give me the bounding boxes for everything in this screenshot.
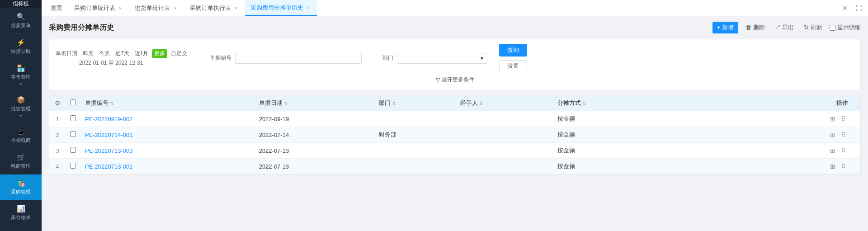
- view-icon-1[interactable]: ⊞: [829, 130, 837, 139]
- doc-no-header-label: 单据编号: [85, 99, 108, 107]
- row-checkbox-2[interactable]: [70, 147, 76, 153]
- row-dept-1: 财务部: [374, 127, 456, 143]
- set-button[interactable]: 设置: [499, 60, 527, 72]
- wholesale-arrow: ▾: [20, 113, 22, 118]
- handler-sort-icon: ⇅: [479, 101, 483, 106]
- row-action-0: ⊞ ⠿: [824, 111, 860, 127]
- sidebar-logo: 指标板: [0, 0, 42, 8]
- row-cb-3[interactable]: [66, 159, 80, 174]
- doc-date-sort[interactable]: 单据日期 ⇅: [259, 99, 370, 107]
- sidebar-item-inventory[interactable]: 📊 库存核算: [0, 200, 42, 226]
- select-all-checkbox[interactable]: [70, 99, 76, 105]
- doc-no-link-0[interactable]: PE-20220919-002: [85, 116, 133, 123]
- tab-bar-right: ✕ ⛶: [840, 3, 864, 13]
- refresh-button[interactable]: ↻ 刷新: [801, 22, 825, 33]
- doc-date-col-header[interactable]: 单据日期 ⇅: [255, 95, 374, 111]
- tab-close-purchase-cost-hist[interactable]: ×: [306, 5, 311, 11]
- row-checkbox-0[interactable]: [70, 115, 76, 121]
- view-icon-2[interactable]: ⊞: [829, 146, 837, 155]
- sidebar-item-mini-shop[interactable]: 📱 小畅电商: [0, 123, 42, 149]
- page-title: 采购费用分摊单历史: [49, 23, 114, 33]
- tab-purchase-cost-hist[interactable]: 采购费用分摊单历史×: [245, 0, 316, 16]
- tab-purchase-order-stat[interactable]: 采购订单统计表×: [69, 0, 128, 16]
- doc-no-link-2[interactable]: PE-20220713-003: [85, 147, 133, 154]
- tab-label-purchase-cost-hist: 采购费用分摊单历史: [250, 4, 303, 12]
- sidebar-item-ecommerce[interactable]: 🛒 电商管理: [0, 149, 42, 174]
- more-icon-0[interactable]: ⠿: [840, 114, 847, 123]
- split-method-sort[interactable]: 分摊方式 ⇅: [557, 99, 820, 107]
- sidebar-item-quick-nav[interactable]: ⚡ 快捷导航: [0, 34, 42, 60]
- date-shortcut-2[interactable]: 近7天: [113, 49, 131, 58]
- action-col-header: 操作: [824, 95, 860, 111]
- row-checkbox-1[interactable]: [70, 131, 76, 137]
- date-filter-label: 单据日期: [56, 50, 77, 57]
- search-button[interactable]: 查询: [499, 44, 527, 57]
- row-cb-0[interactable]: [66, 111, 80, 127]
- sidebar-item-retail[interactable]: 🏪 零售管理 ▾: [0, 60, 42, 91]
- filter-row-1: 单据日期 昨天今天近7天近1月更多自定义 2022-01-01 至 2022-1…: [56, 44, 854, 72]
- settings-icon[interactable]: ⚙: [55, 99, 61, 107]
- row-checkbox-3[interactable]: [70, 163, 76, 169]
- doc-no-sort-icon: ⇅: [110, 101, 113, 106]
- view-icon-0[interactable]: ⊞: [829, 114, 837, 123]
- handler-sort[interactable]: 经手人 ⇅: [460, 99, 548, 107]
- expand-more-btn[interactable]: ▽ 展开更多条件: [56, 74, 854, 85]
- sidebar-item-finance[interactable]: 💰 资金管理: [0, 226, 42, 231]
- date-shortcut-5[interactable]: 自定义: [169, 49, 189, 58]
- date-shortcut-0[interactable]: 昨天: [81, 49, 95, 58]
- quick-nav-icon: ⚡: [17, 38, 25, 47]
- dept-select[interactable]: ▾: [397, 53, 487, 64]
- tab-home[interactable]: 首页: [45, 0, 68, 16]
- more-icon-2[interactable]: ⠿: [840, 146, 847, 155]
- row-num-2: 3: [49, 143, 66, 159]
- show-detail-checkbox[interactable]: 显示明细: [830, 24, 861, 32]
- doc-no-input[interactable]: [235, 53, 362, 64]
- date-shortcut-4[interactable]: 更多: [152, 49, 167, 58]
- add-button[interactable]: + 新增: [712, 22, 738, 33]
- tab-close-purchase-order-stat[interactable]: ×: [118, 5, 123, 11]
- tab-label-stock-in-stat: 进货单统计表: [135, 4, 170, 12]
- split-method-col-header[interactable]: 分摊方式 ⇅: [553, 95, 824, 111]
- row-cb-2[interactable]: [66, 143, 80, 159]
- tab-purchase-order-exec[interactable]: 采购订单执行表×: [184, 0, 244, 16]
- dept-col-header[interactable]: 部门 ⇅: [374, 95, 456, 111]
- sidebar-item-wholesale[interactable]: 📦 批发管理 ▾: [0, 91, 42, 123]
- doc-no-link-3[interactable]: PE-20220713-001: [85, 163, 133, 170]
- sidebar: 指标板 🔍 搜索菜单 ⚡ 快捷导航 🏪 零售管理 ▾ 📦 批发管理 ▾ 📱 小畅…: [0, 0, 42, 231]
- sidebar-item-search[interactable]: 🔍 搜索菜单: [0, 8, 42, 34]
- page-header: 采购费用分摊单历史 + 新增 🗑 删除 ↗ 导出 ↻ 刷新 显示明细: [49, 22, 861, 33]
- row-action-2: ⊞ ⠿: [824, 143, 860, 159]
- sidebar-item-purchase[interactable]: 🛍️ 采购管理: [0, 174, 42, 200]
- tab-close-stock-in-stat[interactable]: ×: [172, 5, 178, 11]
- dept-sort[interactable]: 部门 ⇅: [379, 99, 452, 107]
- more-icon-3[interactable]: ⠿: [840, 162, 847, 171]
- row-handler-2: [456, 143, 553, 159]
- close-window-icon[interactable]: ✕: [840, 3, 850, 13]
- delete-button[interactable]: 🗑 删除: [743, 22, 768, 33]
- doc-no-label: 单据编号: [210, 54, 231, 62]
- row-doc-date-3: 2022-07-13: [255, 159, 374, 174]
- settings-col-header[interactable]: ⚙: [49, 95, 66, 111]
- date-shortcut-3[interactable]: 近1月: [133, 49, 151, 58]
- date-shortcut-1[interactable]: 今天: [97, 49, 112, 58]
- expand-window-icon[interactable]: ⛶: [854, 3, 864, 13]
- search-label: 搜索菜单: [11, 22, 31, 29]
- row-split-method-1: 按金额: [553, 127, 824, 143]
- tab-label-purchase-order-exec: 采购订单执行表: [190, 4, 231, 12]
- row-num-0: 1: [49, 111, 66, 127]
- doc-no-sort[interactable]: 单据编号 ⇅: [85, 99, 250, 107]
- doc-no-col-header[interactable]: 单据编号 ⇅: [80, 95, 255, 111]
- row-cb-1[interactable]: [66, 127, 80, 143]
- handler-col-header[interactable]: 经手人 ⇅: [456, 95, 553, 111]
- tab-bar: 首页采购订单统计表×进货单统计表×采购订单执行表×采购费用分摊单历史× ✕ ⛶: [42, 0, 868, 16]
- more-icon-1[interactable]: ⠿: [840, 130, 847, 139]
- export-button[interactable]: ↗ 导出: [772, 22, 797, 33]
- row-handler-0: [456, 111, 553, 127]
- view-icon-3[interactable]: ⊞: [829, 162, 837, 171]
- data-table: ⚙ 单据编号 ⇅ 单据日期: [49, 95, 861, 175]
- show-detail-input[interactable]: [830, 25, 835, 31]
- tab-stock-in-stat[interactable]: 进货单统计表×: [129, 0, 183, 16]
- doc-no-link-1[interactable]: PE-20220714-001: [85, 132, 133, 138]
- table-row: 4 PE-20220713-001 2022-07-13 按金额 ⊞ ⠿: [49, 159, 860, 174]
- tab-close-purchase-order-exec[interactable]: ×: [233, 5, 239, 11]
